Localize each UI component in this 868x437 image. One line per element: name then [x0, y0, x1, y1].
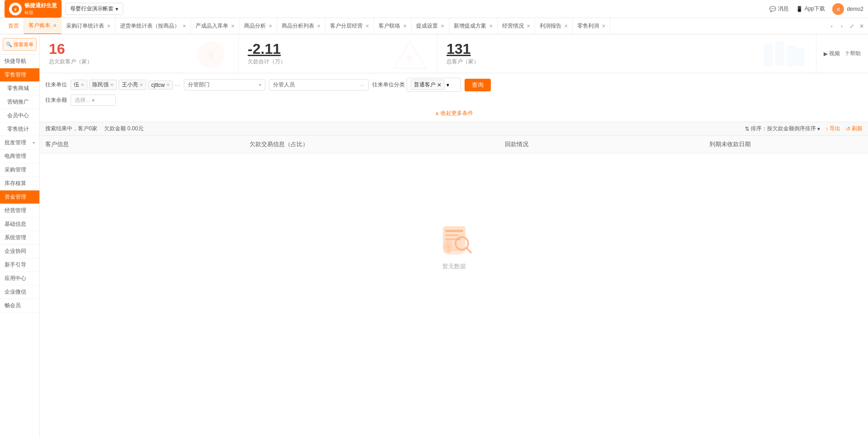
dept-filter-label: 分管部门: [188, 81, 210, 89]
classify-selected-value: 普通客户: [414, 81, 436, 89]
new-raise-tab-label: 新增提成方案: [454, 22, 486, 30]
sidebar-item-retail[interactable]: 零售管理: [0, 68, 39, 82]
nav-close-all[interactable]: ✕: [857, 22, 866, 31]
tab-product-analysis[interactable]: 商品分析 ✕: [240, 18, 277, 34]
profit-report-tab-close[interactable]: ✕: [564, 24, 568, 28]
tab-profit-report[interactable]: 利润报告 ✕: [535, 18, 573, 34]
filter-more-btn[interactable]: ···: [175, 81, 180, 89]
retail-profit-tab-close[interactable]: ✕: [602, 24, 605, 28]
tab-product-analysis-list[interactable]: 商品分析列表 ✕: [277, 18, 326, 34]
nav-right-arrow[interactable]: ›: [837, 22, 846, 31]
message-icon: 💬: [769, 6, 776, 12]
sidebar-item-app-center[interactable]: 应用中心: [0, 272, 39, 285]
export-icon: ↑: [825, 126, 828, 132]
sidebar-item-basic-info[interactable]: 基础信息: [0, 218, 39, 231]
result-sort-btn[interactable]: ⇅ 排序：按欠款金额倒序排序 ▾: [745, 125, 820, 133]
export-btn[interactable]: ↑ 导出: [825, 125, 840, 133]
filter-area: 往来单位 伍 ✕ 陈民强 ✕ 王小亮 ✕ cjttcw: [40, 73, 868, 122]
svg-rect-6: [764, 43, 773, 66]
sidebar-item-enterprise-wechat[interactable]: 企业微信: [0, 285, 39, 299]
inbound-stats-tab-close[interactable]: ✕: [182, 24, 186, 28]
sidebar-item-quick-nav[interactable]: 快捷导航: [0, 55, 39, 68]
customer-contact-tab-close[interactable]: ✕: [403, 24, 407, 28]
sidebar-item-purchase[interactable]: 采购管理: [0, 163, 39, 177]
dept-filter-select[interactable]: 分管部门 ▾: [184, 79, 265, 90]
video-link[interactable]: ▶ 视频: [824, 50, 840, 57]
tab-accounts[interactable]: 客户账本 ✕: [24, 18, 62, 34]
accounts-tab-close[interactable]: ✕: [53, 23, 57, 28]
debt-customers-value: 16: [49, 42, 65, 56]
sidebar-item-business-mgmt[interactable]: 经营管理: [0, 204, 39, 218]
tab-customer-contact[interactable]: 客户联络 ✕: [374, 18, 412, 34]
sidebar-item-new-guide[interactable]: 新手引导: [0, 258, 39, 272]
help-link[interactable]: ? 帮助: [845, 50, 861, 57]
sidebar-search-area: 🔍 搜索菜单: [0, 34, 39, 55]
messages-btn[interactable]: 💬 消息: [769, 5, 789, 13]
refresh-label: 刷新: [852, 125, 863, 133]
person-filter-select[interactable]: 分管人员 ···: [269, 79, 369, 90]
unit-tag-chen-text: 陈民强: [92, 81, 109, 89]
business-tab-label: 经营情况: [502, 22, 524, 30]
new-raise-tab-close[interactable]: ✕: [489, 24, 493, 28]
sidebar-item-marketing[interactable]: 营销推广: [0, 95, 39, 109]
nav-maximize[interactable]: ⤢: [847, 22, 856, 31]
production-inbound-tab-close[interactable]: ✕: [231, 24, 235, 28]
unit-tag-wu-remove[interactable]: ✕: [81, 82, 84, 87]
unit-tag-wang-remove[interactable]: ✕: [139, 82, 143, 87]
refresh-btn[interactable]: ↺ 刷新: [846, 125, 863, 133]
sidebar-item-retail-mall[interactable]: 零售商城: [0, 82, 39, 95]
debt-amount-bg-icon: ✱: [392, 39, 428, 72]
wholesale-chevron-icon: ▾: [33, 140, 35, 145]
classify-filter-select[interactable]: 普通客户 ✕ ▾: [407, 78, 461, 92]
sidebar-item-inventory[interactable]: 库存核算: [0, 177, 39, 190]
sidebar-item-system[interactable]: 系统管理: [0, 231, 39, 245]
store-selector[interactable]: 母婴行业演示帐套 ▾: [65, 3, 123, 15]
tab-business[interactable]: 经营情况 ✕: [498, 18, 535, 34]
sidebar-item-enterprise-collab[interactable]: 企业协同: [0, 245, 39, 258]
tab-purchase-orders[interactable]: 采购订单统计表 ✕: [62, 18, 115, 34]
sidebar-search-btn[interactable]: 🔍 搜索菜单: [3, 38, 37, 51]
tab-customer-tier[interactable]: 客户分层经营 ✕: [326, 18, 374, 34]
sidebar-item-wholesale[interactable]: 批发管理 ▾: [0, 136, 39, 150]
tab-raise-settings[interactable]: 提成设置 ✕: [412, 18, 449, 34]
sidebar-item-vip-member[interactable]: 畅会员: [0, 299, 39, 313]
customer-tier-tab-close[interactable]: ✕: [365, 24, 369, 28]
collapse-button[interactable]: ∧ 收起更多条件: [435, 109, 473, 117]
classify-tag-remove[interactable]: ✕: [437, 82, 441, 88]
unit-tag-chen-remove[interactable]: ✕: [110, 82, 114, 87]
nav-left-arrow[interactable]: ‹: [827, 22, 836, 31]
unit-tag-cjttcw-remove[interactable]: ✕: [166, 82, 170, 87]
tab-home[interactable]: 首页: [4, 18, 24, 34]
purchase-orders-tab-close[interactable]: ✕: [107, 24, 110, 28]
nav-tabs: 首页 客户账本 ✕ 采购订单统计表 ✕ 进货单统计表（按商品） ✕ 产成品入库单…: [0, 18, 868, 34]
sidebar-item-member[interactable]: 会员中心: [0, 109, 39, 123]
product-analysis-list-tab-close[interactable]: ✕: [317, 24, 321, 28]
chevron-up-icon: ∧: [435, 110, 439, 117]
sidebar-item-finance[interactable]: 资金管理: [0, 190, 39, 204]
sort-label: 排序：按欠款金额倒序排序: [751, 125, 816, 133]
user-area: d demo2: [832, 3, 863, 15]
business-tab-close[interactable]: ✕: [527, 24, 530, 28]
tab-new-raise[interactable]: 新增提成方案 ✕: [449, 18, 498, 34]
raise-settings-tab-close[interactable]: ✕: [441, 24, 444, 28]
tab-production-inbound[interactable]: 产成品入库单 ✕: [191, 18, 240, 34]
collapse-label: 收起更多条件: [441, 109, 473, 117]
sidebar-item-retail-stats[interactable]: 零售统计: [0, 123, 39, 136]
unit-tag-wang-text: 王小亮: [122, 81, 138, 89]
result-amount-text: 欠款金额 0.00元: [104, 125, 144, 132]
sort-icon: ⇅: [745, 126, 749, 132]
tab-retail-profit[interactable]: 零售利润 ✕: [573, 18, 610, 34]
app-download-btn[interactable]: 📱 App下载: [796, 5, 825, 13]
production-inbound-tab-label: 产成品入库单: [196, 22, 228, 30]
balance-filter-label: 往来余额: [45, 96, 67, 104]
unit-filter-tags: 伍 ✕ 陈民强 ✕ 王小亮 ✕ cjttcw ✕ ···: [71, 80, 180, 90]
product-analysis-tab-close[interactable]: ✕: [269, 24, 272, 28]
balance-filter-select[interactable]: 选择... ▾: [71, 95, 116, 106]
messages-label: 消息: [778, 5, 789, 13]
app-download-label: App下载: [805, 5, 825, 13]
svg-rect-8: [786, 46, 796, 66]
sidebar-item-ecommerce[interactable]: 电商管理: [0, 150, 39, 163]
query-button[interactable]: 查询: [465, 79, 491, 91]
sidebar-inventory-label: 库存核算: [5, 180, 26, 187]
tab-inbound-stats[interactable]: 进货单统计表（按商品） ✕: [115, 18, 191, 34]
